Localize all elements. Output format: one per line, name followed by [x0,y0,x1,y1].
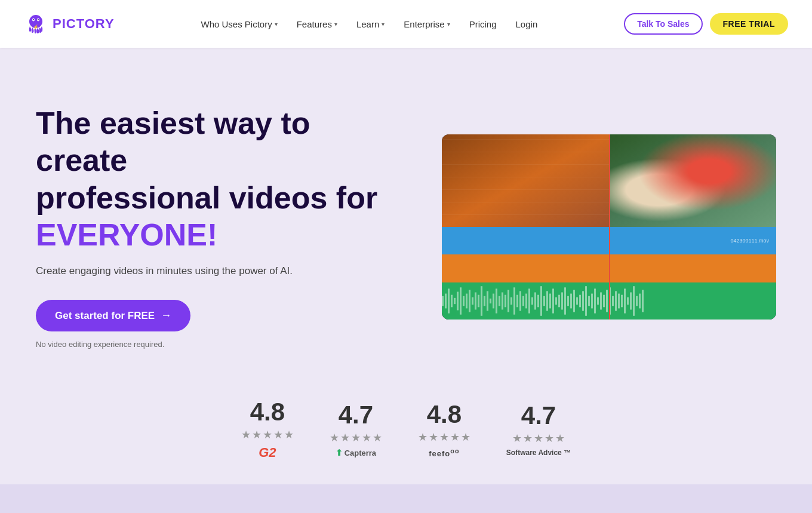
svg-rect-9 [451,294,453,307]
svg-rect-33 [522,296,524,306]
nav-item-enterprise[interactable]: Enterprise ▾ [404,19,450,29]
svg-rect-7 [445,293,447,308]
svg-rect-23 [493,293,494,308]
svg-rect-37 [534,292,536,309]
logo-icon: ⚡ [24,12,48,36]
nav-item-who-uses[interactable]: Who Uses Pictory ▾ [201,19,278,29]
arrow-icon: → [161,309,171,322]
navigation: ⚡ PICTORY Who Uses Pictory ▾ Features ▾ … [0,0,812,48]
svg-rect-49 [570,293,572,308]
svg-rect-35 [528,288,530,313]
feefo-stars: ★ ★ ★ ★ ★ [418,431,470,444]
nav-link-pricing[interactable]: Pricing [469,19,497,29]
svg-rect-52 [579,294,581,307]
svg-rect-31 [516,294,518,307]
svg-rect-29 [510,297,512,304]
svg-rect-71 [636,296,638,306]
hero-subtitle: Create engaging videos in minutes using … [36,263,391,279]
rating-g2: 4.8 ★ ★ ★ ★ ★ G2 [241,400,294,460]
svg-rect-11 [457,291,459,310]
capterra-stars: ★ ★ ★ ★ ★ [330,431,382,444]
svg-rect-36 [531,297,533,304]
talk-to-sales-button[interactable]: Talk To Sales [624,13,702,35]
logo[interactable]: ⚡ PICTORY [24,12,115,36]
svg-rect-66 [621,294,623,307]
g2-score: 4.8 [250,400,285,425]
svg-rect-48 [567,296,569,306]
svg-rect-14 [466,293,467,308]
nav-item-learn[interactable]: Learn ▾ [356,19,385,29]
svg-rect-27 [505,294,506,307]
svg-rect-25 [499,296,500,306]
hero-video-preview: 042300111.mov [442,134,776,320]
feefo-label: feefooo [429,449,459,458]
svg-rect-12 [460,287,462,314]
hero-section: The easiest way to create professional v… [0,48,812,513]
nav-link-features[interactable]: Features ▾ [297,19,337,29]
svg-rect-22 [490,298,491,303]
svg-rect-24 [496,288,497,313]
capterra-label: Capterra [345,449,376,457]
svg-rect-42 [549,293,551,308]
chevron-down-icon: ▾ [334,21,337,27]
svg-rect-65 [618,293,620,308]
svg-rect-26 [502,292,503,309]
svg-point-3 [33,19,34,20]
svg-rect-73 [642,290,644,312]
nav-item-features[interactable]: Features ▾ [297,19,337,29]
hero-content: The easiest way to create professional v… [36,105,391,349]
svg-rect-50 [573,290,575,312]
svg-rect-18 [478,294,479,307]
svg-rect-34 [525,293,527,308]
g2-stars: ★ ★ ★ ★ ★ [241,428,294,441]
g2-logo: G2 [259,445,276,460]
svg-rect-59 [600,292,602,309]
svg-rect-20 [484,296,485,306]
software-advice-score: 4.7 [521,403,556,428]
capterra-score: 4.7 [339,403,373,428]
svg-text:⚡: ⚡ [33,24,39,30]
svg-rect-51 [576,297,578,304]
svg-rect-17 [475,292,476,309]
software-advice-label: Software Advice [506,449,562,457]
feefo-logo: feefooo [429,447,459,458]
svg-rect-15 [469,290,470,312]
nav-link-login[interactable]: Login [516,19,538,29]
video-editor-preview: 042300111.mov [442,134,776,320]
svg-rect-57 [594,288,596,313]
get-started-button[interactable]: Get started for FREE → [36,300,190,331]
hero-title: The easiest way to create professional v… [36,105,391,254]
software-advice-logo: Software Advice ™ [506,449,571,457]
svg-rect-69 [630,292,632,309]
free-trial-button[interactable]: FREE TRIAL [710,13,788,35]
chevron-down-icon: ▾ [447,21,450,27]
svg-rect-32 [519,291,521,311]
svg-rect-58 [597,297,599,304]
nav-link-enterprise[interactable]: Enterprise ▾ [404,19,450,29]
svg-rect-45 [558,294,560,307]
video-frame-left [442,134,609,227]
svg-rect-56 [591,293,593,308]
svg-rect-30 [513,287,515,314]
svg-rect-54 [585,286,587,316]
nav-item-pricing[interactable]: Pricing [469,19,497,29]
svg-rect-40 [543,296,545,306]
timeline-file-label: 042300111.mov [730,238,769,244]
nav-link-learn[interactable]: Learn ▾ [356,19,385,29]
svg-rect-43 [552,288,554,313]
nav-actions: Talk To Sales FREE TRIAL [624,13,788,35]
svg-rect-61 [606,290,608,312]
nav-links: Who Uses Pictory ▾ Features ▾ Learn ▾ En… [201,19,538,29]
svg-rect-16 [472,297,473,304]
svg-rect-55 [588,296,590,306]
video-frame-right [609,134,776,227]
capterra-arrow-icon: ⬆ [336,448,343,457]
nav-link-who-uses[interactable]: Who Uses Pictory ▾ [201,19,278,29]
svg-rect-53 [582,291,584,311]
nav-item-login[interactable]: Login [516,19,538,29]
svg-rect-64 [615,291,617,311]
svg-point-4 [38,19,39,20]
rating-software-advice: 4.7 ★ ★ ★ ★ ★ Software Advice ™ [506,403,571,457]
svg-rect-13 [463,296,465,306]
feefo-score: 4.8 [427,402,462,427]
